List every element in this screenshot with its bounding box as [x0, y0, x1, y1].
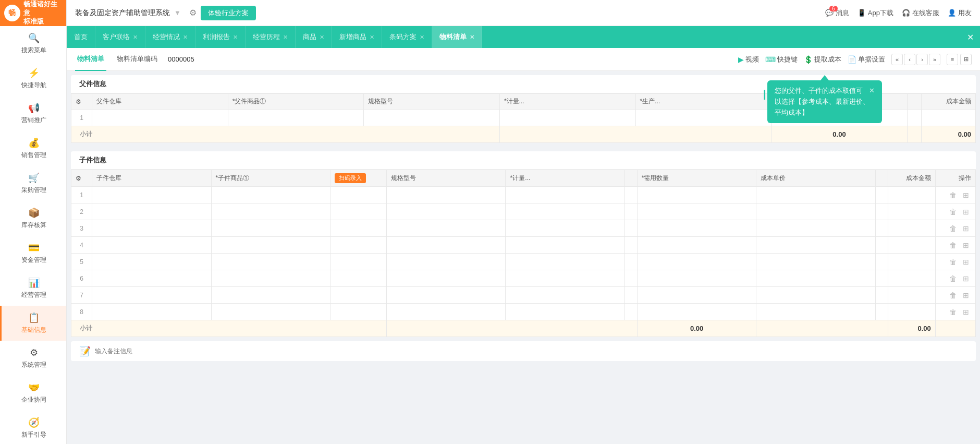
tab-close-customers[interactable]: ✕	[133, 34, 138, 41]
child-row-6-qty[interactable]	[637, 270, 756, 287]
child-row-6-warehouse[interactable]	[92, 270, 212, 287]
child-row-3-qty[interactable]	[637, 220, 756, 237]
child-row-7-unit[interactable]	[506, 287, 625, 304]
child-warehouse-input-2[interactable]	[92, 203, 211, 220]
child-row-1-spec[interactable]	[386, 187, 506, 203]
child-row-1-product[interactable]	[211, 187, 330, 203]
parent-row-1-warehouse[interactable]	[92, 110, 228, 126]
child-row-4-spec[interactable]	[386, 237, 506, 254]
child-qty-input-1[interactable]	[638, 187, 756, 203]
child-warehouse-input-1[interactable]	[92, 187, 211, 203]
child-warehouse-input-5[interactable]	[92, 254, 211, 270]
child-row-8-warehouse[interactable]	[92, 304, 212, 320]
delete-btn-2[interactable]: 🗑	[947, 207, 959, 217]
copy-btn-2[interactable]: ⊞	[961, 207, 971, 217]
child-product-input-3[interactable]	[212, 220, 330, 236]
last-btn[interactable]: »	[929, 54, 940, 65]
child-row-7-warehouse[interactable]	[92, 287, 212, 304]
child-spec-input-6[interactable]	[387, 270, 506, 286]
child-row-7-unitcost[interactable]	[756, 287, 876, 304]
parent-row-1-product[interactable]	[228, 110, 364, 126]
child-row-5-qty[interactable]	[637, 254, 756, 270]
child-spec-input-3[interactable]	[387, 220, 506, 236]
next-btn[interactable]: ›	[916, 54, 928, 65]
child-row-4-qty[interactable]	[637, 237, 756, 254]
tab-home[interactable]: 首页	[67, 26, 95, 48]
child-product-input-2[interactable]	[212, 203, 330, 220]
col-gear-parent[interactable]: ⚙	[71, 94, 92, 110]
child-row-3-product[interactable]	[211, 220, 330, 237]
tab-close-bom[interactable]: ✕	[470, 34, 474, 41]
action-shortcut[interactable]: ⌨ 快捷键	[765, 55, 798, 64]
child-row-2-unitcost[interactable]	[756, 203, 876, 220]
child-row-8-unitcost[interactable]	[756, 304, 876, 320]
child-warehouse-input-7[interactable]	[92, 287, 211, 303]
delete-btn-1[interactable]: 🗑	[947, 190, 959, 200]
parent-row-1-produce[interactable]	[635, 110, 771, 126]
child-row-3-warehouse[interactable]	[92, 220, 212, 237]
tab-close-ops[interactable]: ✕	[183, 34, 188, 41]
child-spec-input-1[interactable]	[387, 187, 506, 203]
child-row-4-unit[interactable]	[506, 237, 625, 254]
close-all-tabs[interactable]: ✕	[961, 32, 980, 42]
child-unit-input-5[interactable]	[506, 254, 624, 270]
child-row-5-spec[interactable]	[386, 254, 506, 270]
child-row-4-unitcost[interactable]	[756, 237, 876, 254]
child-row-2-spec[interactable]	[386, 203, 506, 220]
child-row-2-qty[interactable]	[637, 203, 756, 220]
child-unitcost-input-8[interactable]	[756, 304, 875, 320]
tab-bom[interactable]: 物料清单 ✕	[432, 26, 482, 48]
child-row-7-qty[interactable]	[637, 287, 756, 304]
action-view[interactable]: ▶ 视频	[738, 55, 759, 64]
child-unitcost-input-4[interactable]	[756, 237, 875, 253]
child-product-input-6[interactable]	[212, 270, 330, 286]
child-row-1-qty[interactable]	[637, 187, 756, 203]
child-qty-input-7[interactable]	[638, 287, 756, 303]
tab-close-products[interactable]: ✕	[320, 34, 324, 41]
parent-warehouse-input[interactable]	[92, 110, 228, 126]
child-product-input-5[interactable]	[212, 254, 330, 270]
child-product-input-4[interactable]	[212, 237, 330, 253]
copy-btn-1[interactable]: ⊞	[961, 190, 971, 200]
sidebar-item-system[interactable]: ⚙ 系统管理	[0, 341, 66, 376]
child-row-7-spec[interactable]	[386, 287, 506, 304]
remark-input[interactable]	[95, 347, 967, 355]
copy-btn-5[interactable]: ⊞	[961, 257, 971, 267]
copy-btn-8[interactable]: ⊞	[961, 307, 971, 317]
child-row-1-unit[interactable]	[506, 187, 625, 203]
tab-barcode[interactable]: 条码方案 ✕	[382, 26, 432, 48]
child-qty-input-3[interactable]	[638, 220, 756, 236]
copy-btn-7[interactable]: ⊞	[961, 290, 971, 301]
child-spec-input-4[interactable]	[387, 237, 506, 253]
child-row-6-unitcost[interactable]	[756, 270, 876, 287]
sub-tab-code[interactable]: 物料清单编码	[115, 48, 160, 71]
app-download-action[interactable]: 📱 App下载	[858, 8, 893, 18]
user-action[interactable]: 👤 用友	[948, 8, 972, 18]
child-row-7-product[interactable]	[211, 287, 330, 304]
child-warehouse-input-8[interactable]	[92, 304, 211, 320]
grid-view-btn[interactable]: ⊞	[960, 54, 972, 65]
tab-profit[interactable]: 利润报告 ✕	[195, 26, 246, 48]
child-unit-input-3[interactable]	[506, 220, 624, 236]
first-btn[interactable]: «	[891, 54, 903, 65]
child-warehouse-input-4[interactable]	[92, 237, 211, 253]
list-view-btn[interactable]: ≡	[947, 54, 958, 65]
delete-btn-4[interactable]: 🗑	[947, 240, 959, 250]
child-spec-input-8[interactable]	[387, 304, 506, 320]
tab-close-history[interactable]: ✕	[283, 34, 288, 41]
tooltip-close-btn[interactable]: ✕	[869, 86, 875, 97]
child-unit-input-7[interactable]	[506, 287, 624, 303]
child-product-input-7[interactable]	[212, 287, 330, 303]
tab-ops[interactable]: 经营情况 ✕	[145, 26, 195, 48]
child-warehouse-input-6[interactable]	[92, 270, 211, 286]
child-unitcost-input-6[interactable]	[756, 270, 875, 286]
child-row-3-unitcost[interactable]	[756, 220, 876, 237]
child-row-5-unitcost[interactable]	[756, 254, 876, 270]
sidebar-item-purchase[interactable]: 🛒 采购管理	[0, 166, 66, 201]
child-row-6-spec[interactable]	[386, 270, 506, 287]
child-row-6-unit[interactable]	[506, 270, 625, 287]
child-unitcost-input-1[interactable]	[756, 187, 875, 203]
tab-products[interactable]: 商品 ✕	[296, 26, 332, 48]
scan-btn[interactable]: 扫码录入	[335, 173, 366, 183]
child-row-3-spec[interactable]	[386, 220, 506, 237]
